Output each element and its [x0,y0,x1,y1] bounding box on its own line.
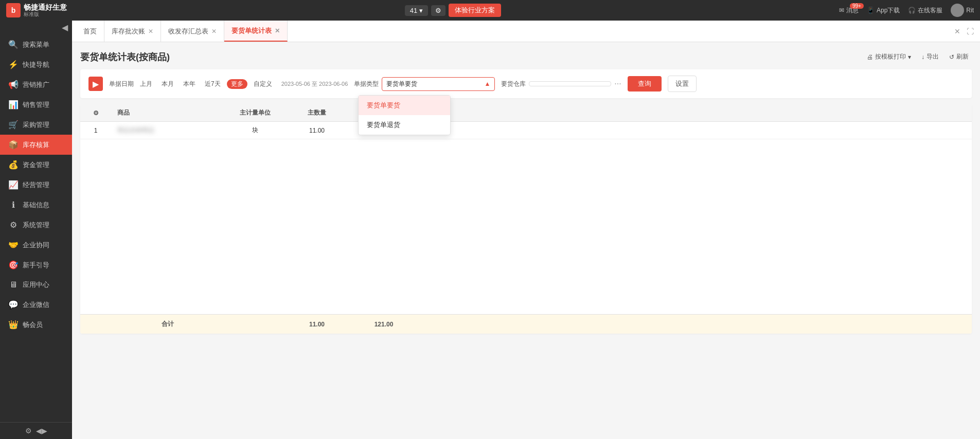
col-header-qty: 主数量 [286,108,348,117]
page-actions: 🖨 按模板打印 ▾ ↓ 导出 ↺ 刷新 [864,50,972,63]
table-container: ⚙ 商品 主计量单位 主数量 零售金额 1 商品名称商品 块 11.00 121… [80,104,972,334]
logo-area: b 畅捷通好生意 标准版 [6,3,67,18]
print-icon: 🖨 [867,53,873,61]
dropdown-item-1[interactable]: 要货单退货 [359,115,450,135]
main-layout: ◀ 🔍搜索菜单⚡快捷导航📢营销推广📊销售管理🛒采购管理📦库存核算💰资金管理📈经营… [0,21,980,439]
online-service-label: 在线客服 [918,6,942,15]
tab-label-0: 首页 [83,27,97,36]
date-opt-custom[interactable]: 自定义 [251,79,275,89]
collapse-button[interactable]: ◀ [62,23,68,32]
store-selector[interactable]: 41 ▾ [405,5,428,16]
print-template-button[interactable]: 🖨 按模板打印 ▾ [864,50,914,63]
export-button[interactable]: ↓ 导出 [918,50,942,63]
cell-seq-0: 1 [80,127,111,134]
date-opt-last-month[interactable]: 上月 [137,79,155,89]
sidebar-label-10: 企业协同 [23,241,49,250]
sidebar-item-5[interactable]: 📦库存核算 [0,135,72,155]
sidebar-item-8[interactable]: ℹ基础信息 [0,195,72,215]
top-header-right: ✉ 消息 99+ 📱 App下载 🎧 在线客服 Rit [839,4,974,17]
date-options: 上月 本月 本年 近7天 更多 自定义 [137,79,275,89]
logo-text: 畅捷通好生意 标准版 [24,3,67,18]
table-row: 1 商品名称商品 块 11.00 121.00 [80,122,972,139]
user-avatar[interactable]: Rit [951,4,974,17]
messages-button[interactable]: ✉ 消息 99+ [839,6,859,15]
sidebar-icon-9: ⚙ [8,220,19,230]
tab-bar: 首页库存批次账✕收发存汇总表✕要货单统计表✕ ✕ ⛶ [72,21,980,42]
tab-item-3[interactable]: 要货单统计表✕ [224,21,288,42]
filter-more-icon[interactable]: ··· [614,79,621,88]
username: Rit [966,7,974,14]
sidebar-label-1: 快捷导航 [23,60,49,69]
sidebar-item-3[interactable]: 📊销售管理 [0,95,72,115]
query-button[interactable]: 查询 [628,76,662,92]
type-select-box[interactable]: 要货单要货 ▲ [382,77,495,91]
col-header-settings[interactable]: ⚙ [80,109,111,117]
date-opt-this-month[interactable]: 本月 [158,79,177,89]
sidebar-item-13[interactable]: 💬企业微信 [0,295,72,315]
table-footer: 合计 11.00 121.00 [80,314,972,334]
col-header-unit: 主计量单位 [224,108,286,117]
sidebar-icon-2: 📢 [8,80,19,89]
tab-item-2[interactable]: 收发存汇总表✕ [161,21,224,42]
filter-expand-button[interactable]: ▶ [88,77,103,91]
sidebar-item-9[interactable]: ⚙系统管理 [0,215,72,235]
sidebar-icon-0: 🔍 [8,40,19,49]
table-header-row: ⚙ 商品 主计量单位 主数量 零售金额 [80,104,972,122]
tab-close-all-button[interactable]: ✕ [952,25,963,38]
page-title: 要货单统计表(按商品) [80,51,170,63]
online-service-button[interactable]: 🎧 在线客服 [908,6,942,15]
date-opt-this-year[interactable]: 本年 [180,79,199,89]
date-opt-more[interactable]: 更多 [227,79,247,89]
tab-close-2[interactable]: ✕ [211,28,217,35]
avatar-img [951,4,964,17]
sidebar-icon-11: 🎯 [8,260,19,270]
tab-expand-button[interactable]: ⛶ [965,25,976,38]
sidebar-icon-14: 👑 [8,320,19,330]
sidebar-label-13: 企业微信 [23,300,49,309]
date-opt-7days[interactable]: 近7天 [202,79,224,89]
headset-icon: 🎧 [908,7,916,14]
tab-close-1[interactable]: ✕ [148,28,153,35]
footer-sale: 121.00 [348,321,420,328]
tab-close-3[interactable]: ✕ [275,27,280,34]
sidebar-label-8: 基础信息 [23,200,49,210]
sidebar-icon-13: 💬 [8,300,19,309]
sidebar-icon-1: ⚡ [8,60,19,69]
footer-label: 合计 [111,320,224,328]
sidebar-item-10[interactable]: 🤝企业协同 [0,235,72,255]
sidebar-audio-button[interactable]: ◀▶ [36,427,47,435]
tab-label-2: 收发存汇总表 [168,27,208,36]
dropdown-item-0[interactable]: 要货单要货 [359,96,450,115]
sidebar-item-4[interactable]: 🛒采购管理 [0,115,72,135]
filter-bar: ▶ 单据日期 上月 本月 本年 近7天 更多 自定义 2023-05-06 至 … [80,69,972,98]
sidebar-item-6[interactable]: 💰资金管理 [0,155,72,175]
filter-settings-button[interactable]: 设置 [668,76,697,92]
type-dropdown-menu: 要货单要货 要货单退货 [358,95,451,135]
tab-item-1[interactable]: 库存批次账✕ [104,21,161,42]
settings-icon[interactable]: ⚙ [431,5,446,16]
tab-label-1: 库存批次账 [112,27,145,36]
export-icon: ↓ [921,53,924,61]
industry-button[interactable]: 体验行业方案 [449,4,501,17]
content-area: 首页库存批次账✕收发存汇总表✕要货单统计表✕ ✕ ⛶ 要货单统计表(按商品) 🖨… [72,21,980,439]
warehouse-select-box[interactable] [529,81,611,86]
store-selector-chevron: ▾ [419,7,423,14]
sidebar-item-14[interactable]: 👑畅会员 [0,315,72,335]
tab-item-0[interactable]: 首页 [76,21,104,42]
date-range-display: 2023-05-06 至 2023-06-06 [281,80,348,88]
sidebar-item-7[interactable]: 📈经营管理 [0,175,72,195]
sidebar-label-4: 采购管理 [23,120,49,130]
sidebar-label-14: 畅会员 [23,320,43,330]
sidebar-label-6: 资金管理 [23,160,49,170]
app-download-button[interactable]: 📱 App下载 [867,6,900,15]
sidebar-item-12[interactable]: 🖥应用中心 [0,275,72,295]
sidebar-item-0[interactable]: 🔍搜索菜单 [0,34,72,54]
sidebar-item-11[interactable]: 🎯新手引导 [0,255,72,275]
sidebar-settings-button[interactable]: ⚙ [25,427,32,435]
sidebar: ◀ 🔍搜索菜单⚡快捷导航📢营销推广📊销售管理🛒采购管理📦库存核算💰资金管理📈经营… [0,21,72,439]
sidebar-item-1[interactable]: ⚡快捷导航 [0,54,72,75]
sidebar-item-2[interactable]: 📢营销推广 [0,75,72,95]
sidebar-icon-3: 📊 [8,100,19,109]
refresh-button[interactable]: ↺ 刷新 [946,50,972,63]
app-name-main: 畅捷通好生意 [24,3,67,12]
